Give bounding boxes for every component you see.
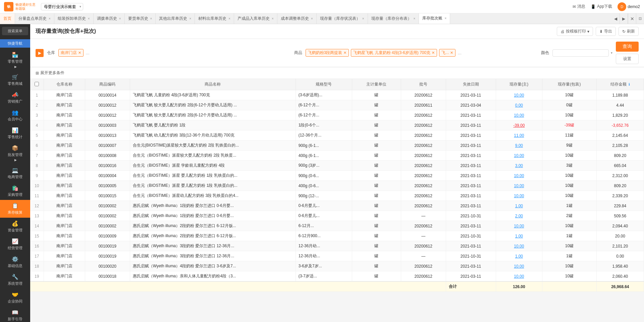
expand-conditions-btn[interactable]: ⊞ 展开更多条件 [32, 69, 643, 77]
user-area[interactable]: D demo2 [618, 2, 640, 11]
tab-close-chengpin[interactable]: × [272, 17, 274, 20]
row-qty-main-7[interactable]: 3.00 [496, 161, 542, 171]
tab-xianzai2[interactable]: 现存量（库存分布表）× [368, 13, 419, 24]
warehouse-tag[interactable]: 南岸门店 ✕ [58, 49, 84, 57]
sidebar-label-operations: 经营管理 [8, 246, 22, 251]
quick-nav-btn[interactable]: 快捷导航 [0, 39, 30, 48]
product-tag-1[interactable]: 飞鹤奶粉3段两提装 ✕ [306, 49, 349, 57]
sidebar-item-purchase[interactable]: 🛍️ 采购管理 [0, 182, 30, 200]
tab-close-pizheng[interactable]: × [444, 16, 446, 20]
sidebar-label-purchase: 采购管理 [8, 192, 22, 197]
tab-close-fenling[interactable]: × [49, 17, 51, 20]
sidebar-item-finance[interactable]: 💰 资金管理 [0, 218, 30, 235]
row-qty-main-8[interactable]: 10.00 [496, 171, 542, 181]
template-print-btn[interactable]: 🖨 按模板打印 ▾ [557, 27, 593, 36]
row-qty-main-4[interactable]: 11.00 [496, 130, 542, 141]
row-expire-1: 2021-03-04 [446, 100, 496, 110]
product-tag1-close[interactable]: ✕ [343, 51, 346, 55]
refresh-btn[interactable]: ↻ 刷新 [619, 27, 639, 36]
tab-prev-btn[interactable]: ◀ [612, 13, 620, 24]
tab-chengben[interactable]: 成本调整单历史× [277, 13, 317, 24]
sidebar-item-stats[interactable]: 📊 零售统计 [0, 124, 30, 142]
warehouse-tag-close[interactable]: ✕ [78, 51, 81, 55]
main-layout: 搜索菜单 快捷导航 🏪 零售管理 ▶ 🛒 零售商城 📣 营销推广 👥 会员中心 … [0, 24, 644, 322]
row-qty-main-18[interactable]: 10.00 [496, 271, 542, 282]
sidebar-item-members[interactable]: 👥 会员中心 [0, 107, 30, 124]
row-qty-main-16[interactable]: 1.00 [496, 251, 542, 261]
sidebar-item-ecommerce[interactable]: 💻 电商管理 [0, 164, 30, 182]
product-more-btn[interactable]: … [458, 51, 462, 55]
row-qty-main-15[interactable]: 10.00 [496, 241, 542, 251]
message-btn[interactable]: ✉ 消息 [573, 4, 585, 9]
tab-close-yaohuo[interactable]: × [150, 17, 152, 20]
tab-cailiao[interactable]: 材料出库单历史× [195, 13, 234, 24]
sidebar-item-corp[interactable]: 🤝 企业协同 [0, 289, 30, 307]
row-qty-main-1[interactable]: 0.00 [496, 100, 542, 110]
row-qty-main-3[interactable]: -39.00 [496, 120, 542, 130]
tab-close-xianzai1[interactable]: × [362, 17, 364, 20]
system-select[interactable]: 母婴行业演示账套 [41, 3, 83, 10]
query-btn[interactable]: 查询 [616, 42, 639, 52]
table-row: 8 南岸门店 00100016 合生元（BIOSTIME）派星 学龄前儿童配方奶… [30, 161, 644, 171]
tab-zuhe[interactable]: 组装拆卸单历史× [54, 13, 94, 24]
tab-close-xianzai2[interactable]: × [414, 17, 416, 20]
tab-xianzai1[interactable]: 现存量（库存状况表）× [317, 13, 368, 24]
tab-close-zuhe[interactable]: × [88, 17, 90, 20]
row-qty-main-10[interactable]: 10.00 [496, 191, 542, 201]
app-download-btn[interactable]: 📱 App下载 [591, 4, 612, 9]
row-qty-main-2[interactable]: 10.00 [496, 110, 542, 120]
tab-expand-btn[interactable]: ⊡ [636, 13, 644, 24]
tab-pizheng[interactable]: 库存批次账× [419, 13, 450, 24]
tab-label-tiaoba: 调拨单历史 [97, 16, 117, 21]
row-qty-main-13[interactable]: 10.00 [496, 221, 542, 231]
tab-next-btn[interactable]: ▶ [620, 13, 628, 24]
sidebar-search-btn[interactable]: 搜索菜单 [2, 27, 28, 35]
row-qty-main-17[interactable]: 10.00 [496, 261, 542, 271]
row-qty-main-6[interactable]: 10.00 [496, 151, 542, 161]
sidebar-item-basic[interactable]: ⚙️ 基础信息 [0, 253, 30, 271]
tab-close-all-btn[interactable]: ✕ [628, 13, 636, 24]
row-qty-pkg-14: 1罐 [542, 231, 596, 241]
row-qty-main-9[interactable]: 10.00 [496, 181, 542, 191]
tab-close-qita[interactable]: × [189, 17, 191, 20]
product-tag2-close[interactable]: ✕ [432, 51, 435, 55]
amount-info-icon[interactable]: ℹ [629, 83, 630, 86]
tab-home[interactable]: 首页 [0, 13, 15, 24]
tab-tiaoba[interactable]: 调拨单历史× [94, 13, 125, 24]
product-tag-3[interactable]: 飞... ✕ [439, 49, 455, 57]
export-btn[interactable]: ⬇ 导出 [596, 27, 616, 36]
row-qty-main-11[interactable]: 1.00 [496, 201, 542, 211]
color-input[interactable] [552, 49, 609, 57]
sidebar-item-system[interactable]: 🔧 系统管理 [0, 271, 30, 289]
tab-yaohuo[interactable]: 要货单历史× [125, 13, 156, 24]
sidebar-item-marketing[interactable]: 📣 营销推广 [0, 89, 30, 107]
sidebar-item-retail_shop[interactable]: 🛒 零售商城 [0, 71, 30, 89]
sidebar-item-operations[interactable]: 📈 经营管理 [0, 235, 30, 253]
tab-qita[interactable]: 其他出库单历史× [156, 13, 195, 24]
row-qty-main-5[interactable]: 9.00 [496, 141, 542, 151]
sidebar-item-inventory[interactable]: 📋 库存核算 [0, 200, 30, 218]
warehouse-more-btn[interactable]: … [86, 51, 90, 55]
row-qty-main-0[interactable]: 10.00 [496, 90, 542, 100]
row-code-0: 00100014 [85, 90, 130, 100]
tab-chengpin[interactable]: 产成品入库单历史× [234, 13, 277, 24]
row-qty-main-12[interactable]: 2.00 [496, 211, 542, 221]
tab-close-tiaoba[interactable]: × [119, 17, 121, 20]
setting-btn[interactable]: 设置 [616, 54, 639, 64]
top-right-actions: ✉ 消息 📱 App下载 D demo2 [573, 2, 640, 11]
row-qty-pkg-11: 1罐 [542, 201, 596, 211]
row-qty-main-14[interactable]: 1.00 [496, 231, 542, 241]
product-tag-2[interactable]: 飞鹤星飞帆 儿童奶粉 4段(3-6岁适用) 700克 ✕ [351, 49, 437, 57]
sidebar-item-guide[interactable]: 📖 新手引导 [0, 307, 30, 322]
sidebar: 搜索菜单 快捷导航 🏪 零售管理 ▶ 🛒 零售商城 📣 营销推广 👥 会员中心 … [0, 24, 30, 322]
tab-close-chengben[interactable]: × [311, 17, 313, 20]
system-select-wrap[interactable]: 母婴行业演示账套 [41, 3, 83, 10]
tab-close-cailiao[interactable]: × [228, 17, 230, 20]
select-all-checkbox[interactable] [35, 82, 39, 86]
product-tag3-close[interactable]: ✕ [450, 51, 453, 55]
color-filter[interactable]: ▾ [552, 49, 612, 57]
filter-expand-toggle[interactable]: ▶ [36, 49, 44, 57]
sidebar-item-retail[interactable]: 🏪 零售管理 ▶ [0, 49, 30, 71]
sidebar-item-wholesale[interactable]: 📦 批发管理 ▶ [0, 142, 30, 164]
tab-fenling[interactable]: 分量盘点单历史× [15, 13, 54, 24]
